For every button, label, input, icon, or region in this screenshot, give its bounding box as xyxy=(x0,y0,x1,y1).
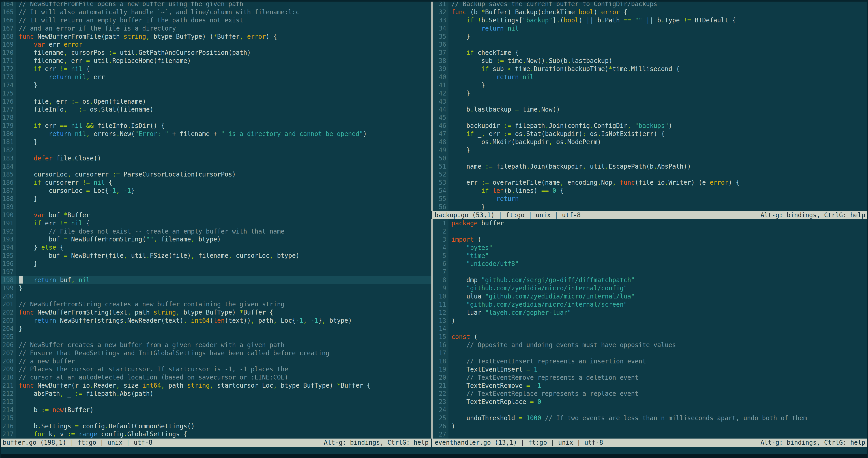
code-line[interactable]: 212 absPath, _ := filepath.Abs(path) xyxy=(0,390,431,398)
code-line[interactable]: 167// and an error if the file is a dire… xyxy=(0,24,431,33)
code-line[interactable]: 208// a new buffer xyxy=(0,357,431,366)
code-line[interactable]: 9 "github.com/zyedidia/micro/internal/co… xyxy=(433,284,868,292)
code-line[interactable]: 48 os.Mkdir(backupdir, os.ModePerm) xyxy=(433,138,868,146)
code-line[interactable]: 193 buf = NewBufferFromString("", filena… xyxy=(0,235,431,244)
code-line[interactable]: 46 backupdir := filepath.Join(config.Con… xyxy=(433,122,868,130)
command-bar[interactable] xyxy=(0,447,868,454)
code-line[interactable]: 2 xyxy=(433,227,868,235)
code-line[interactable]: 191 if err != nil { xyxy=(0,219,431,227)
code-line[interactable]: 1package buffer xyxy=(433,219,868,227)
code-line[interactable]: 55 return xyxy=(433,195,868,203)
code-line[interactable]: 38 sub := time.Now().Sub(b.lastbackup) xyxy=(433,57,868,65)
code-line[interactable]: 47 if _, err := os.Stat(backupdir); os.I… xyxy=(433,130,868,138)
code-line[interactable]: 3import ( xyxy=(433,235,868,244)
code-line[interactable]: 23 TextEventReplace = 0 xyxy=(433,398,868,406)
code-line[interactable]: 177 fileInfo, _ := os.Stat(filename) xyxy=(0,106,431,114)
code-line[interactable]: 21 TextEventRemove = -1 xyxy=(433,382,868,390)
code-line[interactable]: 7 xyxy=(433,268,868,276)
code-line[interactable]: 17 xyxy=(433,349,868,357)
code-line[interactable]: 44 b.lastbackup = time.Now() xyxy=(433,106,868,114)
code-line[interactable]: 181 } xyxy=(0,138,431,146)
code-line[interactable]: 19 TextEventInsert = 1 xyxy=(433,366,868,374)
code-line[interactable]: 197 xyxy=(0,268,431,276)
code-line[interactable]: 203 return NewBuffer(strings.NewReader(t… xyxy=(0,317,431,325)
code-line[interactable]: 51 name := filepath.Join(backupdir, util… xyxy=(433,163,868,171)
code-line[interactable]: 36 xyxy=(433,40,868,49)
code-line[interactable]: 37 if checkTime { xyxy=(433,49,868,57)
code-line[interactable]: 26) xyxy=(433,422,868,430)
code-line[interactable]: 217 for k, v := range config.GlobalSetti… xyxy=(0,430,431,438)
code-line[interactable]: 25 undoThreshold = 1000 // If two events… xyxy=(433,414,868,422)
code-line[interactable]: 41 } xyxy=(433,81,868,89)
code-line[interactable]: 12 luar "layeh.com/gopher-luar" xyxy=(433,309,868,317)
code-line[interactable]: 8 dmp "github.com/sergi/go-diff/diffmatc… xyxy=(433,276,868,284)
code-line[interactable]: 199} xyxy=(0,284,431,292)
code-line[interactable]: 196 } xyxy=(0,260,431,268)
code-line[interactable]: 216 b.Settings = config.DefaultCommonSet… xyxy=(0,422,431,430)
code-line[interactable]: 188 } xyxy=(0,195,431,203)
code-line[interactable]: 175 xyxy=(0,89,431,97)
code-line[interactable]: 39 if sub < time.Duration(backupTime)*ti… xyxy=(433,65,868,73)
code-line[interactable]: 32func (b *Buffer) Backup(checkTime bool… xyxy=(433,8,868,16)
code-line[interactable]: 22 // TextEventReplace represents a repl… xyxy=(433,390,868,398)
code-line[interactable]: 52 xyxy=(433,170,868,178)
code-line[interactable]: 205 xyxy=(0,333,431,341)
code-line[interactable]: 165// It will also automatically handle … xyxy=(0,8,431,16)
code-line[interactable]: 50 xyxy=(433,154,868,163)
editor-pane-eventhandler-go[interactable]: 1package buffer23import (4 "bytes"5 "tim… xyxy=(433,219,868,439)
editor-pane-backup-go[interactable]: 31// Backup saves the current buffer to … xyxy=(433,0,868,211)
code-line[interactable]: 215 xyxy=(0,414,431,422)
code-line[interactable]: 11 "github.com/zyedidia/micro/internal/s… xyxy=(433,300,868,309)
code-line[interactable]: 171 filename, err = util.ReplaceHome(fil… xyxy=(0,57,431,65)
code-line[interactable]: 194 } else { xyxy=(0,244,431,252)
code-line[interactable]: 200 xyxy=(0,292,431,300)
code-line[interactable]: 166// It will return an empty buffer if … xyxy=(0,16,431,24)
code-line[interactable]: 206// NewBuffer creates a new buffer fro… xyxy=(0,341,431,349)
code-line[interactable]: 179 if err == nil && fileInfo.IsDir() { xyxy=(0,122,431,130)
code-line[interactable]: 176 file, err := os.Open(filename) xyxy=(0,97,431,106)
code-line[interactable]: 182 xyxy=(0,146,431,154)
code-line[interactable]: 33 if !b.Settings["backup"].(bool) || b.… xyxy=(433,16,868,24)
code-line[interactable]: 185 cursorLoc, cursorerr := ParseCursorL… xyxy=(0,170,431,178)
code-line[interactable]: 34 return nil xyxy=(433,24,868,33)
code-line[interactable]: 207// Ensure that ReadSettings and InitG… xyxy=(0,349,431,357)
code-line[interactable]: 183 defer file.Close() xyxy=(0,154,431,163)
code-line[interactable]: 168func NewBufferFromFile(path string, b… xyxy=(0,33,431,41)
editor-pane-buffer-go[interactable]: 164// NewBufferFromFile opens a new buff… xyxy=(0,0,431,439)
code-line[interactable]: 5 "time" xyxy=(433,252,868,260)
code-line[interactable]: 20 // TextEventRemove represents a delet… xyxy=(433,374,868,382)
code-line[interactable]: 172 if err != nil { xyxy=(0,65,431,73)
code-line[interactable]: 189 xyxy=(0,203,431,211)
code-line[interactable]: 54 if len(b.lines) == 0 { xyxy=(433,187,868,195)
code-line[interactable]: 192 // File does not exist -- create an … xyxy=(0,227,431,235)
code-line[interactable]: 209// Places the cursor at startcursor. … xyxy=(0,365,431,373)
code-line[interactable]: 18 // TextEventInsert represents an inse… xyxy=(433,357,868,366)
code-line[interactable]: 211func NewBuffer(r io.Reader, size int6… xyxy=(0,381,431,390)
code-line[interactable]: 202func NewBufferFromString(text, path s… xyxy=(0,309,431,317)
code-line[interactable]: 174 } xyxy=(0,81,431,89)
code-line[interactable]: 204} xyxy=(0,325,431,333)
code-line[interactable]: 178 xyxy=(0,114,431,122)
code-line[interactable]: 186 if cursorerr != nil { xyxy=(0,178,431,187)
code-line[interactable]: 16 // Opposite and undoing events must h… xyxy=(433,341,868,349)
vertical-split-divider[interactable] xyxy=(431,0,433,438)
code-line[interactable]: 170 filename, cursorPos := util.GetPathA… xyxy=(0,49,431,57)
code-line[interactable]: 35 } xyxy=(433,33,868,41)
code-line[interactable]: 15const ( xyxy=(433,333,868,341)
code-line[interactable]: 173 return nil, err xyxy=(0,73,431,81)
code-line[interactable]: 195 buf = NewBuffer(file, util.FSize(fil… xyxy=(0,252,431,260)
code-line[interactable]: 213 xyxy=(0,398,431,406)
code-line[interactable]: 53 err := overwriteFile(name, encoding.N… xyxy=(433,178,868,187)
code-line[interactable]: 40 return nil xyxy=(433,73,868,81)
code-line[interactable]: 190 var buf *Buffer xyxy=(0,211,431,219)
code-line[interactable]: 14 xyxy=(433,325,868,333)
code-line[interactable]: 10 ulua "github.com/zyedidia/micro/inter… xyxy=(433,292,868,300)
code-line[interactable]: 56 } xyxy=(433,203,868,211)
code-line[interactable]: 187 cursorLoc = Loc{-1, -1} xyxy=(0,187,431,195)
code-line[interactable]: 49 } xyxy=(433,146,868,154)
code-line[interactable]: 43 xyxy=(433,97,868,106)
code-line[interactable]: 198 return buf, nil xyxy=(0,276,431,284)
code-line[interactable]: 210// cursor at an autodetected location… xyxy=(0,373,431,381)
code-line[interactable]: 4 "bytes" xyxy=(433,244,868,252)
code-line[interactable]: 42 } xyxy=(433,89,868,97)
